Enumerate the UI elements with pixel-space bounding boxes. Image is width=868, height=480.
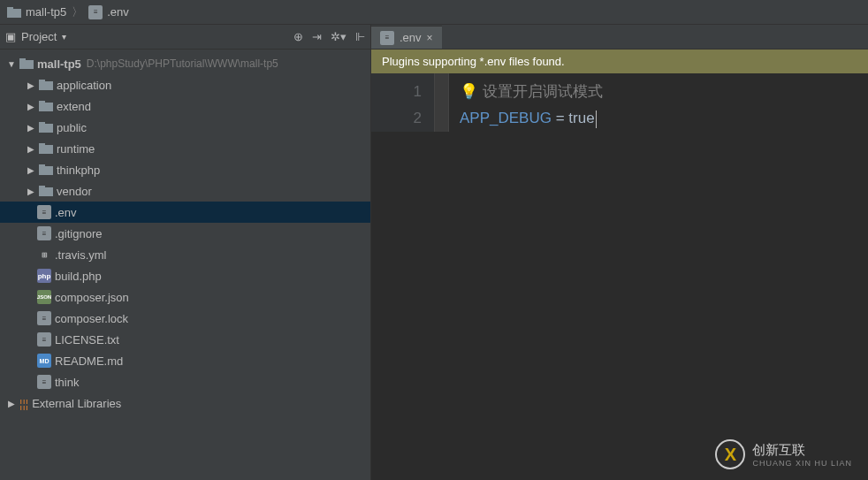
file-type-icon: ≡ xyxy=(37,375,51,389)
tree-folder[interactable]: ▶vendor xyxy=(0,180,370,202)
editor-tab-env[interactable]: ≡ .env × xyxy=(371,26,442,49)
expand-arrow-icon[interactable]: ▶ xyxy=(27,144,35,154)
expand-arrow-icon[interactable]: ▶ xyxy=(27,80,35,90)
project-panel-label: Project xyxy=(21,30,57,43)
folder-name: application xyxy=(57,79,111,92)
folder-icon xyxy=(19,57,34,70)
tree-file[interactable]: ≡ think xyxy=(0,371,370,392)
expand-arrow-icon[interactable]: ▶ xyxy=(27,102,35,111)
project-sidebar: ▣ Project ▾ ⊕ ⇥ ✲▾ ⊩ ▼ mall-tp5 D:\phpSt… xyxy=(0,25,371,480)
collapse-icon[interactable]: ⇥ xyxy=(312,30,322,43)
svg-rect-5 xyxy=(39,80,45,83)
folder-icon xyxy=(39,100,53,112)
code-line[interactable]: 💡 设置开启调试模式 xyxy=(460,79,603,105)
file-name: .env xyxy=(55,206,77,219)
folder-name: runtime xyxy=(57,142,95,156)
file-name: composer.lock xyxy=(55,312,128,325)
breadcrumb: mall-tp5 〉 ≡ .env xyxy=(0,0,868,25)
file-name: README.md xyxy=(55,354,123,368)
locate-icon[interactable]: ⊕ xyxy=(293,30,303,43)
svg-rect-11 xyxy=(39,143,45,147)
folder-icon xyxy=(39,79,53,91)
file-type-icon: ≡ xyxy=(37,332,51,347)
expand-arrow-icon[interactable]: ▼ xyxy=(7,59,16,69)
project-dropdown-icon[interactable]: ▾ xyxy=(62,32,66,42)
tree-folder[interactable]: ▶public xyxy=(0,117,370,138)
breadcrumb-root-label: mall-tp5 xyxy=(26,5,66,19)
expand-arrow-icon[interactable]: ▶ xyxy=(7,399,16,408)
folder-name: public xyxy=(57,121,87,134)
env-var: APP_DEBUG xyxy=(460,110,552,126)
svg-rect-15 xyxy=(39,186,45,189)
svg-rect-3 xyxy=(19,58,26,62)
file-icon: ≡ xyxy=(88,5,103,19)
expand-arrow-icon[interactable]: ▶ xyxy=(27,123,35,133)
watermark-text: 创新互联 xyxy=(752,442,852,459)
lightbulb-icon[interactable]: 💡 xyxy=(460,83,478,100)
settings-icon[interactable]: ✲▾ xyxy=(331,30,346,43)
tree-file[interactable]: ≡ LICENSE.txt xyxy=(0,329,370,350)
tree-folder[interactable]: ▶thinkphp xyxy=(0,159,370,180)
tree-file[interactable]: MD README.md xyxy=(0,350,370,371)
tree-file[interactable]: php build.php xyxy=(0,265,370,286)
file-type-icon: ≡ xyxy=(37,226,51,240)
tree-file[interactable]: ≡ .gitignore xyxy=(0,223,370,244)
expand-arrow-icon[interactable]: ▶ xyxy=(27,165,35,175)
code-editor[interactable]: 1 2 💡 设置开启调试模式 APP_DEBUG = true xyxy=(371,73,868,132)
breadcrumb-root[interactable]: mall-tp5 xyxy=(7,5,66,19)
tree-file[interactable]: ⊞ .travis.yml xyxy=(0,244,370,265)
expand-arrow-icon[interactable]: ▶ xyxy=(27,187,35,196)
tree-folder[interactable]: ▶application xyxy=(0,74,370,95)
folder-icon xyxy=(7,6,21,19)
file-type-icon: ≡ xyxy=(37,205,51,219)
file-type-icon: ≡ xyxy=(37,311,51,325)
tree-external-libs[interactable]: ▶ ¦¦¦ External Libraries xyxy=(0,392,370,414)
tree-folder[interactable]: ▶extend xyxy=(0,95,370,117)
close-tab-icon[interactable]: × xyxy=(427,32,433,44)
file-type-icon: php xyxy=(37,269,51,283)
libraries-icon: ¦¦¦ xyxy=(19,397,28,410)
file-name: .gitignore xyxy=(55,227,102,240)
tab-label: .env xyxy=(400,31,422,44)
file-type-icon: MD xyxy=(37,354,51,368)
watermark-sub: CHUANG XIN HU LIAN xyxy=(752,459,852,468)
folder-name: vendor xyxy=(57,185,92,198)
tree-root[interactable]: ▼ mall-tp5 D:\phpStudy\PHPTutorial\WWW\m… xyxy=(0,53,370,74)
svg-rect-1 xyxy=(7,7,13,11)
project-view-icon[interactable]: ▣ xyxy=(5,30,16,43)
project-tree: ▼ mall-tp5 D:\phpStudy\PHPTutorial\WWW\m… xyxy=(0,50,370,417)
file-name: composer.json xyxy=(55,291,129,304)
tree-file[interactable]: JSON composer.json xyxy=(0,286,370,308)
watermark-logo: X xyxy=(715,439,745,469)
gutter-strip xyxy=(435,73,449,132)
hide-icon[interactable]: ⊩ xyxy=(355,30,365,43)
file-type-icon: ⊞ xyxy=(37,248,51,262)
text-cursor xyxy=(596,110,597,128)
comment-text: 设置开启调试模式 xyxy=(483,83,603,100)
tree-file[interactable]: ≡ .env xyxy=(0,202,370,223)
code-line[interactable]: APP_DEBUG = true xyxy=(460,105,603,132)
file-name: LICENSE.txt xyxy=(55,333,119,347)
folder-name: extend xyxy=(57,100,91,113)
tree-file[interactable]: ≡ composer.lock xyxy=(0,308,370,329)
line-number: 1 xyxy=(371,79,422,105)
plugins-notification[interactable]: Plugins supporting *.env files found. xyxy=(371,50,868,73)
folder-icon xyxy=(39,121,53,133)
folder-name: thinkphp xyxy=(57,164,100,177)
folder-icon xyxy=(39,164,53,176)
breadcrumb-file[interactable]: ≡ .env xyxy=(88,5,129,19)
breadcrumb-file-label: .env xyxy=(107,5,129,19)
svg-rect-9 xyxy=(39,122,45,126)
folder-icon xyxy=(39,142,53,155)
tree-folder[interactable]: ▶runtime xyxy=(0,138,370,159)
code-lines[interactable]: 💡 设置开启调试模式 APP_DEBUG = true xyxy=(449,73,603,132)
breadcrumb-separator: 〉 xyxy=(72,4,83,20)
file-name: build.php xyxy=(55,270,102,283)
folder-icon xyxy=(39,185,53,197)
tree-root-path: D:\phpStudy\PHPTutorial\WWW\mall-tp5 xyxy=(87,57,278,70)
tree-ext-label: External Libraries xyxy=(32,397,121,410)
project-header: ▣ Project ▾ ⊕ ⇥ ✲▾ ⊩ xyxy=(0,25,370,50)
file-name: think xyxy=(55,376,79,389)
editor-panel: ≡ .env × Plugins supporting *.env files … xyxy=(371,25,868,480)
svg-rect-7 xyxy=(39,101,45,104)
